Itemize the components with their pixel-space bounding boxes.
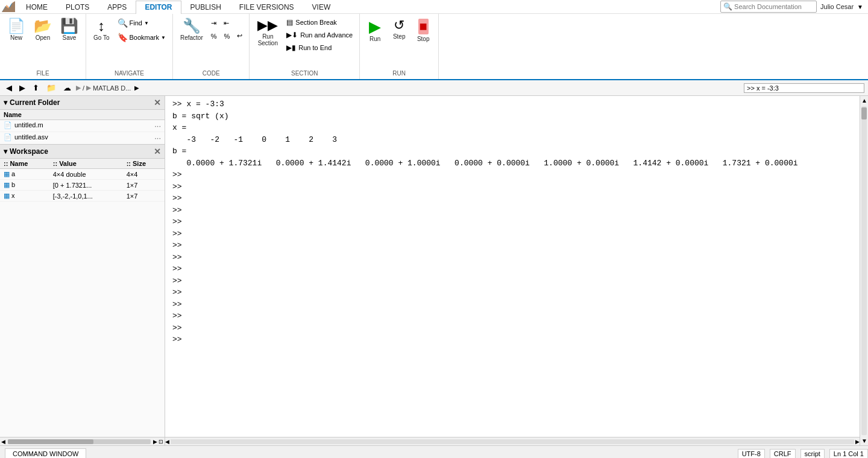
main-layout: ▾ Current Folder ✕ Name 📄untitled.m···📄u… [0,96,868,445]
cmd-horizontal-scroll[interactable]: ◀ ▶ [165,437,860,445]
folder-row[interactable]: 📄untitled.asv··· [0,132,165,144]
bookmark-icon: 🔖 [118,33,128,42]
section-side-buttons: ▤ Section Break ▶⬇ Run and Advance ▶▮ Ru… [283,16,356,54]
folder-close-button[interactable]: ✕ [154,98,161,107]
open-button[interactable]: 📂 Open [30,16,55,43]
goto-button[interactable]: ↕ Go To [90,16,113,43]
encoding-status: UTF-8 [738,449,765,459]
cmd-output-line: >> [172,275,855,287]
nav-cloud-button[interactable]: ☁ [61,82,74,94]
path-separator: ▶ [76,84,81,92]
new-button[interactable]: 📄 New [4,16,29,43]
svg-marker-1 [2,1,15,12]
path-expand[interactable]: ▶ [134,84,139,91]
run-and-advance-icon: ▶⬇ [286,31,298,39]
path-separator2: ▶ [86,84,91,92]
workspace-arrow[interactable]: ▾ [4,147,7,156]
tab-editor[interactable]: EDITOR [136,1,181,14]
bookmark-button[interactable]: 🔖 Bookmark ▼ [115,31,169,44]
run-and-advance-button[interactable]: ▶⬇ Run and Advance [283,29,356,41]
ws-col-header[interactable]: :: Value [49,159,123,169]
resize-handle[interactable]: ⊡ [159,439,163,445]
cmd-scroll-right[interactable]: ▶ [855,439,860,445]
bookmark-label: Bookmark [130,34,160,41]
cmd-output-line: >> [172,192,855,205]
scroll-up-btn[interactable]: ▲ [860,96,868,105]
folder-col-name[interactable]: Name [0,110,165,120]
path-input[interactable] [744,83,864,93]
workspace-close-button[interactable]: ✕ [154,147,161,156]
cmd-output-line: >> [172,169,855,181]
wrap-button[interactable]: ↩ [234,30,245,42]
cmd-scroll-left[interactable]: ◀ [165,439,169,445]
workspace-row[interactable]: ▦x[-3,-2,-1,0,1...1×7 [0,191,165,202]
command-window-tab[interactable]: COMMAND WINDOW [5,448,86,459]
tab-view[interactable]: VIEW [303,1,340,14]
file-more-btn[interactable]: ··· [154,121,161,130]
section-break-button[interactable]: ▤ Section Break [283,16,356,28]
tab-plots[interactable]: PLOTS [57,1,98,14]
nav-up-button[interactable]: ⬆ [30,82,42,94]
outdent-button[interactable]: ⇤ [221,17,232,29]
new-label: New [10,34,22,41]
right-scrollbar[interactable]: ▲ ▼ [860,96,868,445]
section-break-icon: ▤ [286,18,293,27]
user-chevron[interactable]: ▼ [857,4,863,10]
nav-forward-button[interactable]: ▶ [17,82,28,94]
run-to-end-button[interactable]: ▶▮ Run to End [283,42,356,54]
matlab-logo [0,0,17,13]
ws-col-header[interactable]: :: Name [0,159,49,169]
search-input[interactable] [734,3,813,10]
workspace-panel: ▾ Workspace ✕ :: Name:: Value:: Size ▦a4… [0,145,165,437]
folder-arrow[interactable]: ▾ [4,98,7,107]
run-section-button[interactable]: ▶▶ RunSection [253,16,282,49]
workspace-row[interactable]: ▦b[0 + 1.7321...1×7 [0,180,165,191]
top-right-area: 🔍 Julio Cesar ▼ [720,0,868,13]
cmd-output-line: >> [172,228,855,240]
path-root: / [83,84,84,92]
nav-back-button[interactable]: ◀ [4,82,14,94]
save-icon: 💾 [60,19,78,33]
search-box[interactable]: 🔍 [720,1,817,13]
command-window[interactable]: >> x = -3:3b = sqrt (x)x = -3 -2 -1 0 1 … [165,96,860,437]
tab-file-versions[interactable]: FILE VERSIONS [230,1,303,14]
open-label: Open [36,34,50,41]
ribbon-group-file: 📄 New 📂 Open 💾 Save FILE [0,14,86,79]
ribbon-group-navigate: ↕ Go To 🔍 Find ▼ 🔖 Bookmark ▼ NAVIGATE [86,14,173,79]
goto-label: Go To [93,34,110,41]
find-label: Find [130,19,142,27]
tab-home[interactable]: HOME [17,1,57,14]
workspace-row[interactable]: ▦a4×4 double4×4 [0,169,165,180]
path-display: ▶ / ▶ MATLAB D... [76,84,131,92]
run-section-label: RunSection [258,33,278,46]
save-button[interactable]: 💾 Save [57,16,82,43]
tab-apps[interactable]: APPS [98,1,136,14]
left-scroll-bar[interactable]: ◀ ▶ ⊡ [0,437,165,445]
scroll-left-btn[interactable]: ◀ [1,439,5,445]
line-ending-status: CRLF [770,449,796,459]
scroll-down-btn[interactable]: ▼ [860,436,868,445]
refactor-button[interactable]: 🔧 Refactor [177,16,207,43]
run-group-label: RUN [363,69,435,79]
stop-icon: ■ [418,19,429,34]
uncomment-button[interactable]: % [221,30,233,42]
file-more-btn[interactable]: ··· [154,133,161,142]
nav-browse-button[interactable]: 📁 [44,82,58,94]
comment-button[interactable]: % [208,30,220,42]
indent-button[interactable]: ⇥ [208,17,219,29]
scroll-right-btn[interactable]: ▶ [153,439,157,445]
run-button[interactable]: ▶ Run [363,16,386,45]
refactor-label: Refactor [180,34,203,41]
tab-publish[interactable]: PUBLISH [181,1,230,14]
find-button[interactable]: 🔍 Find ▼ [115,16,169,30]
stop-button[interactable]: ■ Stop [412,16,435,45]
find-chevron: ▼ [144,21,149,26]
comment-icon: % [211,33,217,40]
folder-row[interactable]: 📄untitled.m··· [0,120,165,132]
navigate-group-label: NAVIGATE [90,69,169,79]
ribbon-group-code: 🔧 Refactor ⇥ ⇤ % % [173,14,250,79]
ws-col-header[interactable]: :: Size [123,159,165,169]
right-panel: >> x = -3:3b = sqrt (x)x = -3 -2 -1 0 1 … [165,96,860,445]
step-button[interactable]: ↺ Step [388,16,410,42]
section-break-label: Section Break [295,19,336,26]
